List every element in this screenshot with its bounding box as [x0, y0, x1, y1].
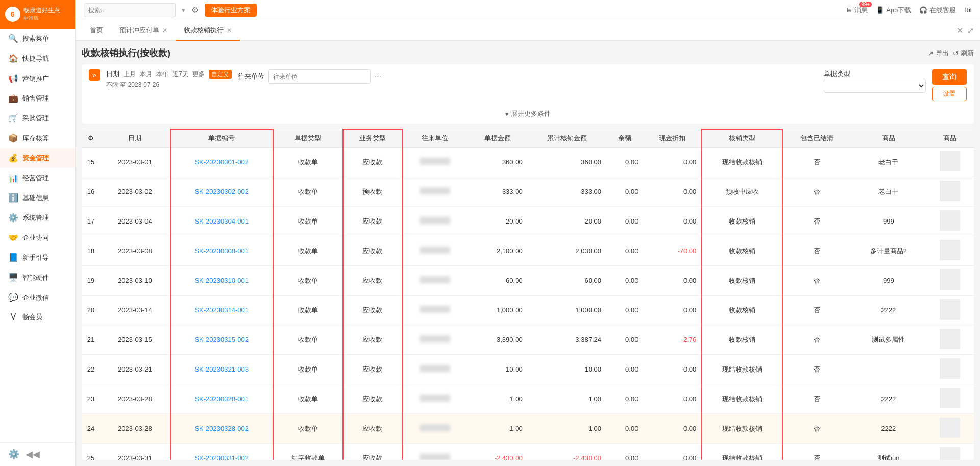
filter-more[interactable]: 更多: [192, 70, 205, 79]
cell-amount: 360.00: [468, 148, 528, 177]
sidebar-item-7[interactable]: 📊经营管理: [0, 168, 75, 188]
sidebar-item-13[interactable]: 💬企业微信: [0, 287, 75, 307]
th-biz-type: 业务类型: [343, 129, 403, 148]
sidebar-item-4[interactable]: 🛒采购管理: [0, 108, 75, 128]
cell-product2: [925, 207, 974, 236]
th-date: 日期: [100, 129, 170, 148]
order-no-link[interactable]: SK-20230321-003: [194, 365, 249, 373]
filter-doctype-select[interactable]: [824, 79, 926, 93]
sidebar-item-1[interactable]: 🏠快捷导航: [0, 48, 75, 68]
order-no-link[interactable]: SK-20230310-001: [194, 277, 249, 284]
app-download-button[interactable]: 📱 App下载: [876, 6, 911, 15]
settings-icon[interactable]: ⚙️: [8, 449, 19, 460]
sidebar-item-0[interactable]: 🔍搜索菜单: [0, 29, 75, 48]
cell-partner: [402, 236, 468, 266]
cell-amount: 20.00: [468, 207, 528, 236]
refresh-button[interactable]: ↺ 刷新: [953, 48, 974, 58]
order-no-link[interactable]: SK-20230314-001: [194, 306, 249, 314]
sidebar-item-10[interactable]: 🤝企业协同: [0, 228, 75, 248]
cell-product1: 测试多属性: [851, 325, 925, 355]
tab-cancel[interactable]: 收款核销执行 ✕: [176, 20, 240, 41]
sidebar-item-8[interactable]: ℹ️基础信息: [0, 188, 75, 208]
cell-product1: 2222: [851, 296, 925, 325]
order-no-link[interactable]: SK-20230328-001: [194, 395, 249, 403]
filter-custom-button[interactable]: 自定义: [209, 70, 232, 79]
filter-this-month[interactable]: 本月: [140, 70, 152, 79]
brand-name: 畅康道好生意: [23, 7, 60, 15]
filter-partner-input[interactable]: [268, 69, 371, 84]
order-no-link[interactable]: SK-20230331-002: [194, 454, 249, 460]
sidebar-item-3[interactable]: 💼销售管理: [0, 88, 75, 108]
cell-biz-type: 应收款: [343, 236, 403, 266]
cell-order-no: SK-20230328-001: [170, 384, 273, 414]
topbar-chevron-icon[interactable]: ▾: [182, 6, 185, 14]
collapse-icon[interactable]: ◀◀: [26, 449, 40, 460]
cell-product1: 测试jun: [851, 444, 925, 460]
tab-cancel-close-icon[interactable]: ✕: [227, 27, 232, 34]
cell-date: 2023-03-15: [100, 325, 170, 355]
export-button[interactable]: ↗ 导出: [928, 48, 949, 58]
order-no-link[interactable]: SK-20230304-001: [194, 217, 249, 225]
filter-date-range: 不限 至 2023-07-26: [106, 81, 232, 89]
filter-setting-button[interactable]: 设置: [932, 87, 967, 101]
sidebar-item-5[interactable]: 📦库存核算: [0, 128, 75, 148]
tab-prepay[interactable]: 预计冲应付单 ✕: [111, 20, 176, 41]
cell-date: 2023-03-31: [100, 444, 170, 460]
sidebar-icon-14: V: [8, 312, 18, 322]
sidebar-item-6[interactable]: 💰资金管理: [0, 148, 75, 168]
cell-biz-type: 应收款: [343, 325, 403, 355]
sidebar-item-12[interactable]: 🖥️智能硬件: [0, 267, 75, 287]
filter-this-year[interactable]: 本年: [156, 70, 168, 79]
cell-balance: 0.00: [606, 444, 643, 460]
topbar-search-input[interactable]: [84, 3, 176, 17]
cell-balance: 0.00: [606, 355, 643, 384]
filter-dots-icon[interactable]: ···: [375, 72, 381, 81]
th-settings[interactable]: ⚙: [82, 129, 100, 148]
filter-doctype-group: 单据类型: [824, 69, 926, 93]
filter-query-button[interactable]: 查询: [932, 69, 967, 85]
table-row: 192023-03-10SK-20230310-001收款单应收款60.0060…: [82, 266, 974, 296]
cell-doc-type: 收款单: [273, 296, 343, 325]
cell-amount: 1.00: [468, 384, 528, 414]
order-no-link[interactable]: SK-20230301-002: [194, 158, 249, 166]
window-close-icon[interactable]: ✕: [957, 26, 963, 35]
sidebar-label-6: 资金管理: [22, 154, 49, 163]
cell-order-no: SK-20230328-002: [170, 414, 273, 444]
sidebar-item-2[interactable]: 📢营销推广: [0, 68, 75, 88]
filter-expand-button[interactable]: »: [89, 69, 100, 81]
cell-amount: -2,430.00: [468, 444, 528, 460]
cell-doc-type: 收款单: [273, 236, 343, 266]
th-cancel-type: 核销类型: [702, 129, 782, 148]
sidebar-label-12: 智能硬件: [22, 273, 49, 282]
th-balance: 余额: [606, 129, 643, 148]
trial-button[interactable]: 体验行业方案: [205, 4, 257, 17]
order-no-link[interactable]: SK-20230315-002: [194, 336, 249, 344]
filter-expand-more[interactable]: ▾ 展开更多条件: [505, 109, 551, 118]
order-no-link[interactable]: SK-20230308-001: [194, 247, 249, 255]
filter-last-month[interactable]: 上月: [124, 70, 136, 79]
tab-home[interactable]: 首页: [82, 20, 111, 41]
th-product2: 商品: [925, 129, 974, 148]
cell-cancel-amount: 10.00: [528, 355, 606, 384]
window-expand-icon[interactable]: ⤢: [967, 26, 974, 35]
cell-product1: 999: [851, 207, 925, 236]
cell-cash-discount: 0.00: [643, 148, 702, 177]
sidebar-item-11[interactable]: 📘新手引导: [0, 248, 75, 267]
tab-prepay-close-icon[interactable]: ✕: [162, 27, 167, 34]
cell-product2: [925, 236, 974, 266]
sidebar-item-9[interactable]: ⚙️系统管理: [0, 208, 75, 228]
cell-product2: [925, 384, 974, 414]
online-service-button[interactable]: 🎧 在线客服: [919, 6, 956, 15]
tabs-bar: 首页 预计冲应付单 ✕ 收款核销执行 ✕ ✕ ⤢: [76, 20, 980, 41]
order-no-link[interactable]: SK-20230302-002: [194, 188, 249, 195]
refresh-icon: ↺: [953, 50, 959, 57]
filter-7days[interactable]: 近7天: [173, 70, 188, 79]
sidebar-item-14[interactable]: V畅会员: [0, 307, 75, 327]
messages-button[interactable]: 🖥 消息 99+: [846, 6, 868, 15]
order-no-link[interactable]: SK-20230328-002: [194, 425, 249, 432]
cell-date: 2023-03-21: [100, 355, 170, 384]
sidebar-icon-2: 📢: [8, 73, 18, 83]
topbar-gear-icon[interactable]: ⚙: [191, 5, 199, 15]
cell-cancel-type: 现结收款核销: [702, 414, 782, 444]
cell-product1: [851, 355, 925, 384]
